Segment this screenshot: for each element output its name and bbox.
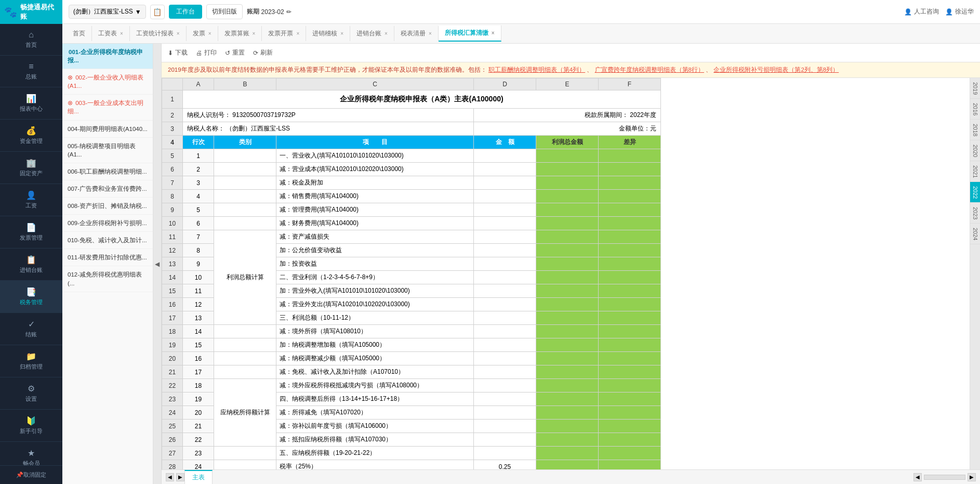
sidebar-item-guide[interactable]: 🔰 新手引导 (0, 410, 62, 442)
year-2022[interactable]: 2022 (970, 182, 981, 203)
left-panel-item-010[interactable]: 010-免税、减计收入及加计... (62, 232, 153, 249)
year-2020[interactable]: 2020 (970, 140, 981, 161)
sidebar-label-archive: 归档管理 (20, 363, 43, 371)
sidebar-item-archive[interactable]: 📁 归档管理 (0, 345, 62, 377)
warning-link-1[interactable]: 职工薪酬纳税调整明细表（第4列） (488, 67, 585, 73)
sidebar-item-salary[interactable]: 👤 工资 (0, 184, 62, 216)
left-panel-item-009[interactable]: 009-企业所得税附补亏损明... (62, 215, 153, 232)
year-2018[interactable]: 2018 (970, 120, 981, 140)
tab-sales-check-close[interactable]: × (340, 31, 343, 36)
left-panel-item-003[interactable]: ⊗ 003-一般企业成本支出明细... (62, 95, 153, 120)
sidebar-item-finance[interactable]: 💰 资金管理 (0, 120, 62, 152)
sidebar-item-home[interactable]: ⌂ 首页 (0, 24, 62, 56)
assets-icon: 🏢 (26, 158, 36, 168)
sidebar-item-assets[interactable]: 🏢 固定资产 (0, 152, 62, 184)
year-2023[interactable]: 2023 (970, 203, 981, 224)
tab-invoice[interactable]: 发票 × (187, 26, 218, 41)
tab-salary-close[interactable]: × (120, 31, 123, 36)
sidebar-item-ledger[interactable]: ≡ 总账 (0, 56, 62, 87)
tab-home[interactable]: 首页 (67, 26, 92, 41)
print-button[interactable]: 🖨 打印 (196, 48, 217, 57)
table-row: 11 7 利润总额计算 减：资产减值损失 (162, 230, 661, 244)
sidebar-item-tax[interactable]: 📑 税务管理 (0, 281, 62, 313)
app-logo[interactable]: 🐾 畅捷通易代账 (0, 0, 62, 24)
user-profile[interactable]: 👤 徐运华 (945, 7, 974, 16)
sales-icon: 📋 (26, 255, 36, 265)
collapse-arrow-icon: ◀ (155, 260, 160, 268)
sidebar-label-salary: 工资 (25, 202, 37, 210)
tab-invoice-close[interactable]: × (208, 31, 211, 36)
left-panel-item-002[interactable]: ⊗ 002-一般企业收入明细表(A1... (62, 69, 153, 95)
sidebar-label-assets: 固定资产 (20, 169, 43, 177)
sidebar-item-settle[interactable]: ✓ 结账 (0, 313, 62, 345)
left-panel-item-012[interactable]: 012-减免所得税优惠明细表(... (62, 266, 153, 292)
sheet-tab-main[interactable]: 主表 (184, 470, 213, 484)
sidebar: 🐾 畅捷通易代账 ⌂ 首页 ≡ 总账 📊 报表中心 💰 资金管理 🏢 固定 (0, 0, 62, 484)
period-selector[interactable]: 账期 2023-02 ✏ (247, 7, 292, 16)
sidebar-label-finance: 资金管理 (20, 137, 43, 145)
table-row: 28 24 税率（25%） 0.25 (162, 460, 661, 469)
ai-consult-button[interactable]: 👤 人工咨询 (904, 7, 939, 16)
tab-sales-ledger[interactable]: 进销台账 × (350, 26, 394, 41)
company-selector[interactable]: (勿删）江西服宝-LSS ▼ (69, 5, 146, 19)
pin-button[interactable]: 📌取消固定 (0, 465, 62, 484)
scroll-left-btn[interactable]: ◀ (913, 473, 922, 481)
sheet-nav-right[interactable]: ▶ (176, 473, 184, 481)
main-area: (勿删）江西服宝-LSS ▼ 📋 工作台 切到旧版 账期 2023-02 ✏ 👤… (62, 0, 980, 484)
left-panel-item-005[interactable]: 005-纳税调整项目明细表(A1... (62, 138, 153, 163)
sidebar-item-settings[interactable]: ⚙ 设置 (0, 377, 62, 410)
tab-tax-clear[interactable]: 税表清册 × (394, 26, 439, 41)
sheet-nav-left[interactable]: ◀ (166, 473, 174, 481)
table-row: 3 纳税人名称： （勿删）江西服宝-LSS 金额单位：元 (162, 122, 661, 136)
sidebar-item-sales[interactable]: 📋 进销台账 (0, 248, 62, 281)
left-panel-item-001[interactable]: 001-企业所得税年度纳税申报... (62, 44, 153, 69)
left-panel-item-008[interactable]: 008-资产折旧、摊销及纳税... (62, 198, 153, 215)
sidebar-label-reports: 报表中心 (20, 105, 43, 113)
col-header-A: A (183, 79, 214, 90)
tab-income-tax-close[interactable]: × (492, 30, 495, 36)
tab-invoice-open-close[interactable]: × (296, 31, 299, 36)
document-icon-btn[interactable]: 📋 (150, 5, 165, 19)
scroll-right-btn[interactable]: ▶ (968, 473, 976, 481)
tab-sales-ledger-close[interactable]: × (385, 31, 388, 36)
ai-label: 人工咨询 (914, 7, 939, 16)
horizontal-scrollbar[interactable] (924, 475, 965, 480)
collapse-panel-button[interactable]: ◀ (153, 44, 162, 484)
header-row-num: 4 (162, 136, 183, 149)
tab-tax-clear-close[interactable]: × (429, 31, 432, 36)
col-header-E: E (536, 79, 599, 90)
tab-invoice-calc[interactable]: 发票算账 × (218, 26, 262, 41)
year-2016[interactable]: 2016 (970, 99, 981, 120)
header-col-category: 类别 (214, 136, 276, 149)
tab-salary-stat-close[interactable]: × (177, 31, 180, 36)
sidebar-item-member[interactable]: ★ 畅会员 (0, 442, 62, 465)
company-cell: 纳税人名称： （勿删）江西服宝-LSS (183, 122, 474, 136)
year-2024[interactable]: 2024 (970, 224, 981, 244)
year-2019[interactable]: 2019 (970, 78, 981, 99)
spreadsheet-container[interactable]: A B C D E F (162, 78, 970, 469)
tab-salary[interactable]: 工资表 × (92, 26, 130, 41)
download-button[interactable]: ⬇ 下载 (168, 48, 188, 57)
tab-income-tax[interactable]: 所得税汇算清缴 × (439, 25, 501, 42)
year-2021[interactable]: 2021 (970, 161, 981, 182)
sidebar-item-reports[interactable]: 📊 报表中心 (0, 87, 62, 120)
period-edit-icon: ✏ (286, 8, 292, 16)
tab-salary-stat[interactable]: 工资统计报表 × (130, 26, 187, 41)
tab-invoice-open[interactable]: 发票开票 × (262, 26, 306, 41)
tab-sales-check[interactable]: 进销稽核 × (306, 26, 350, 41)
left-panel-item-011[interactable]: 011-研发费用加计扣除优惠... (62, 249, 153, 266)
workspace-button[interactable]: 工作台 (169, 5, 202, 19)
warning-link-3[interactable]: 企业所得税附补亏损明细表（第2列、第8列） (713, 67, 839, 73)
left-panel-item-007[interactable]: 007-广告费和业务宣传费跨... (62, 180, 153, 198)
tab-invoice-calc-close[interactable]: × (253, 31, 256, 36)
left-panel-item-004[interactable]: 004-期间费用明细表(A1040... (62, 121, 153, 138)
sidebar-item-invoices[interactable]: 📄 发票管理 (0, 216, 62, 248)
left-panel: 001-企业所得税年度纳税申报... ⊗ 002-一般企业收入明细表(A1...… (62, 44, 153, 484)
table-row: 27 23 五、应纳税所得额（19-20-21-22） (162, 447, 661, 460)
switch-old-button[interactable]: 切到旧版 (206, 4, 243, 19)
refresh-button[interactable]: ⟳ 刷新 (253, 48, 273, 57)
warning-link-2[interactable]: 广宣费跨年度纳税调整明细表（第8行） (595, 67, 704, 73)
reset-button[interactable]: ↺ 重置 (225, 48, 245, 57)
table-row: 9 5 减：管理费用(填写A104000) (162, 203, 661, 217)
left-panel-item-006[interactable]: 006-职工薪酬纳税调整明细... (62, 163, 153, 180)
